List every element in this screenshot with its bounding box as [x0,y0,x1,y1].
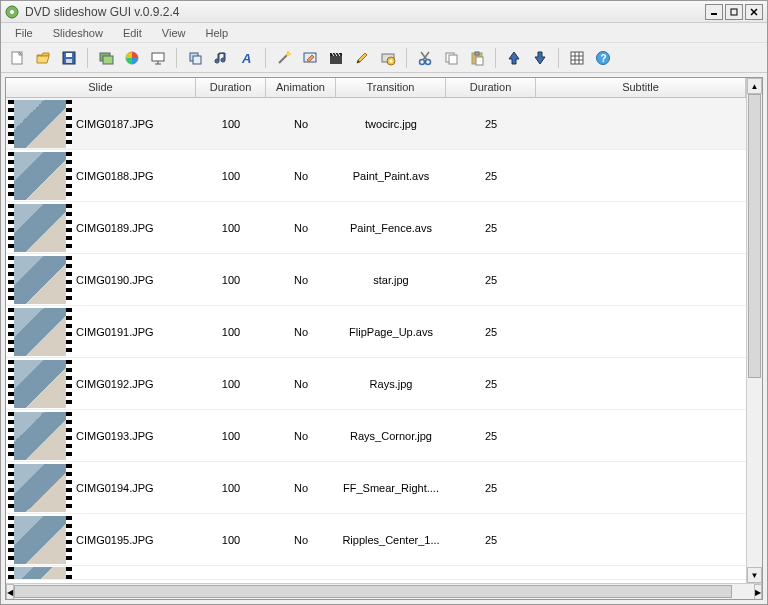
cell-transition: Rays_Cornor.jpg [336,430,446,442]
music-note-icon[interactable] [209,46,233,70]
table-row[interactable]: CIMG0191.JPG100NoFlipPage_Up.avs25 [6,306,762,358]
horizontal-scrollbar[interactable]: ◀ ▶ [6,583,762,599]
cell-slide: CIMG0192.JPG [6,360,196,408]
slide-filename: CIMG0191.JPG [76,326,154,338]
menu-edit[interactable]: Edit [115,25,150,41]
scroll-up-button[interactable]: ▲ [747,78,762,94]
clapper-icon[interactable] [324,46,348,70]
cell-animation: No [266,378,336,390]
svg-rect-3 [731,9,737,15]
scroll-right-button[interactable]: ▶ [754,584,762,600]
table-row[interactable] [6,566,762,580]
scroll-down-button[interactable]: ▼ [747,567,762,583]
menu-slideshow[interactable]: Slideshow [45,25,111,41]
cell-slide [6,567,196,579]
cell-duration2: 25 [446,222,536,234]
table-row[interactable]: CIMG0192.JPG100NoRays.jpg25 [6,358,762,410]
cell-duration2: 25 [446,274,536,286]
new-icon[interactable] [5,46,29,70]
paste-icon[interactable] [465,46,489,70]
color-wheel-icon[interactable] [120,46,144,70]
copy-slides-icon[interactable] [183,46,207,70]
toolbar-separator [495,48,496,68]
arrow-down-icon[interactable] [528,46,552,70]
menu-view[interactable]: View [154,25,194,41]
slide-filename: CIMG0190.JPG [76,274,154,286]
cell-duration2: 25 [446,482,536,494]
table-row[interactable]: CIMG0195.JPG100NoRipples_Center_1...25 [6,514,762,566]
open-icon[interactable] [31,46,55,70]
cell-duration2: 25 [446,326,536,338]
vertical-scrollbar[interactable]: ▲ ▼ [746,78,762,583]
cell-animation: No [266,534,336,546]
vscroll-thumb[interactable] [748,94,761,378]
cell-animation: No [266,326,336,338]
svg-point-1 [10,10,14,14]
cell-transition: Paint_Paint.avs [336,170,446,182]
wand-icon[interactable] [272,46,296,70]
svg-text:?: ? [601,53,607,64]
pencil-icon[interactable] [350,46,374,70]
toolbar-separator [406,48,407,68]
cell-duration: 100 [196,482,266,494]
cell-animation: No [266,170,336,182]
table-row[interactable]: CIMG0193.JPG100NoRays_Cornor.jpg25 [6,410,762,462]
cell-animation: No [266,118,336,130]
font-a-icon[interactable]: A [235,46,259,70]
window-controls [703,4,763,20]
toolbar-separator [87,48,88,68]
window-title: DVD slideshow GUI v.0.9.2.4 [25,5,697,19]
cell-transition: star.jpg [336,274,446,286]
col-header-animation[interactable]: Animation [266,78,336,97]
table-row[interactable]: CIMG0194.JPG100NoFF_Smear_Right....25 [6,462,762,514]
cell-duration: 100 [196,274,266,286]
cell-transition: Ripples_Center_1... [336,534,446,546]
col-header-slide[interactable]: Slide [6,78,196,97]
table-row[interactable]: CIMG0189.JPG100NoPaint_Fence.avs25 [6,202,762,254]
svg-rect-14 [152,53,164,61]
slide-filename: CIMG0188.JPG [76,170,154,182]
presentation-icon[interactable] [146,46,170,70]
scroll-left-button[interactable]: ◀ [6,584,14,600]
cell-animation: No [266,482,336,494]
content-panel: Slide Duration Animation Transition Dura… [5,77,763,600]
film-settings-icon[interactable] [376,46,400,70]
slide-filename: CIMG0189.JPG [76,222,154,234]
table-row[interactable]: CIMG0190.JPG100Nostar.jpg25 [6,254,762,306]
minimize-button[interactable] [705,4,723,20]
screen-edit-icon[interactable] [298,46,322,70]
cut-icon[interactable] [413,46,437,70]
vscroll-track[interactable] [747,94,762,567]
svg-rect-9 [66,53,72,57]
cell-duration2: 25 [446,534,536,546]
help-icon[interactable]: ? [591,46,615,70]
save-icon[interactable] [57,46,81,70]
col-header-subtitle[interactable]: Subtitle [536,78,746,97]
menu-file[interactable]: File [7,25,41,41]
col-header-duration2[interactable]: Duration [446,78,536,97]
slide-thumbnail-icon [8,412,72,460]
menu-help[interactable]: Help [198,25,237,41]
cell-transition: twocirc.jpg [336,118,446,130]
table-row[interactable]: CIMG0188.JPG100NoPaint_Paint.avs25 [6,150,762,202]
svg-rect-44 [571,52,583,64]
col-header-duration[interactable]: Duration [196,78,266,97]
table-row[interactable]: CIMG0187.JPG100Notwocirc.jpg25 [6,98,762,150]
slide-thumbnail-icon [8,464,72,512]
arrow-up-icon[interactable] [502,46,526,70]
grid-icon[interactable] [565,46,589,70]
add-image-icon[interactable] [94,46,118,70]
hscroll-thumb[interactable] [14,585,732,598]
maximize-button[interactable] [725,4,743,20]
titlebar: DVD slideshow GUI v.0.9.2.4 [1,1,767,23]
toolbar: A? [1,43,767,73]
slide-thumbnail-icon [8,256,72,304]
copy-icon[interactable] [439,46,463,70]
close-button[interactable] [745,4,763,20]
col-header-transition[interactable]: Transition [336,78,446,97]
cell-slide: CIMG0188.JPG [6,152,196,200]
slide-filename: CIMG0195.JPG [76,534,154,546]
svg-rect-25 [330,56,342,64]
slide-filename: CIMG0193.JPG [76,430,154,442]
hscroll-track[interactable] [14,584,754,599]
